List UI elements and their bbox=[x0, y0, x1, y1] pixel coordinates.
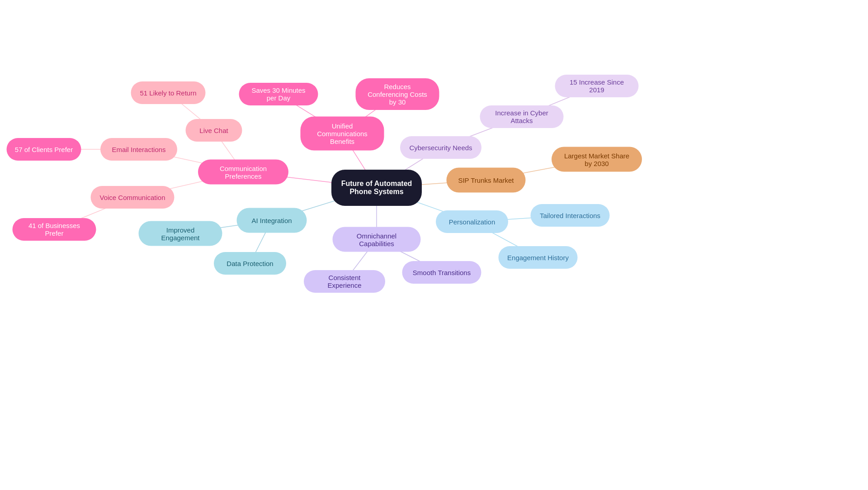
node-consistent-exp[interactable]: Consistent Experience bbox=[304, 270, 385, 293]
node-biz-prefer[interactable]: 41 of Businesses Prefer bbox=[13, 218, 96, 241]
node-reduces-conf[interactable]: Reduces Conferencing Costs by 30 bbox=[356, 78, 439, 110]
node-smooth-trans[interactable]: Smooth Transitions bbox=[402, 261, 481, 284]
node-unified-comm[interactable]: Unified Communications Benefits bbox=[301, 117, 384, 151]
node-cyber-needs[interactable]: Cybersecurity Needs bbox=[400, 136, 481, 159]
node-live-chat[interactable]: Live Chat bbox=[186, 119, 242, 142]
center-node[interactable]: Future of Automated Phone Systems bbox=[331, 170, 422, 206]
node-email-interactions[interactable]: Email Interactions bbox=[100, 138, 177, 161]
node-largest-market[interactable]: Largest Market Share by 2030 bbox=[552, 147, 642, 172]
node-increase-2019[interactable]: 15 Increase Since 2019 bbox=[555, 75, 639, 97]
node-ai-integration[interactable]: AI Integration bbox=[237, 208, 307, 233]
node-clients-prefer[interactable]: 57 of Clients Prefer bbox=[7, 138, 81, 161]
node-omnichannel[interactable]: Omnichannel Capabilities bbox=[333, 227, 421, 252]
node-voice-comm[interactable]: Voice Communication bbox=[91, 186, 175, 209]
node-data-protection[interactable]: Data Protection bbox=[214, 252, 286, 275]
node-likely-return[interactable]: 51 Likely to Return bbox=[131, 81, 206, 104]
node-saves-30[interactable]: Saves 30 Minutes per Day bbox=[239, 83, 318, 105]
connections-svg bbox=[0, 0, 868, 490]
node-personalization[interactable]: Personalization bbox=[436, 210, 508, 233]
node-tailored[interactable]: Tailored Interactions bbox=[531, 204, 610, 227]
node-comm-prefs[interactable]: Communication Preferences bbox=[198, 160, 288, 185]
node-improved-eng[interactable]: Improved Engagement bbox=[139, 221, 222, 246]
node-sip-trunks[interactable]: SIP Trunks Market bbox=[447, 168, 526, 193]
mindmap-container: Future of Automated Phone Systems Unifie… bbox=[0, 0, 868, 490]
node-eng-history[interactable]: Engagement History bbox=[499, 246, 578, 269]
node-cyber-attacks[interactable]: Increase in Cyber Attacks bbox=[480, 105, 564, 128]
